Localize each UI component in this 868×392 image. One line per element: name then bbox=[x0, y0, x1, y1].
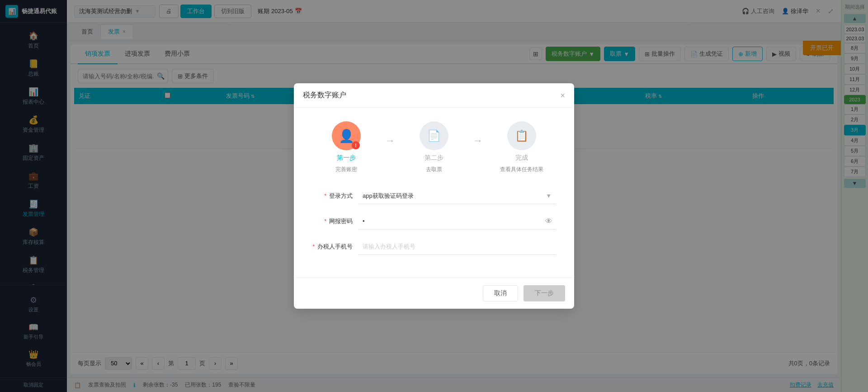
step-1-desc: 完善账密 bbox=[335, 166, 357, 173]
step-2-desc: 去取票 bbox=[426, 166, 442, 173]
password-eye-icon[interactable]: 👁 bbox=[545, 217, 552, 225]
password-input[interactable] bbox=[358, 213, 556, 229]
step-2-icon: 📄 bbox=[427, 129, 441, 142]
modal-overlay: 税务数字账户 × 👤 ! 第一步 完善账密 → 📄 bbox=[0, 0, 868, 392]
login-method-select[interactable]: app获取验证码登录 ▼ bbox=[358, 188, 556, 204]
step-1-badge: ! bbox=[352, 141, 360, 149]
modal-body: 👤 ! 第一步 完善账密 → 📄 第二步 去取票 → bbox=[294, 108, 574, 277]
step-2: 📄 第二步 去取票 bbox=[400, 121, 468, 173]
password-label: * 网报密码 bbox=[312, 217, 353, 225]
cancel-btn[interactable]: 取消 bbox=[483, 285, 518, 301]
step-1-label: 第一步 bbox=[337, 154, 356, 162]
steps-row: 👤 ! 第一步 完善账密 → 📄 第二步 去取票 → bbox=[312, 121, 556, 173]
login-method-label: * 登录方式 bbox=[312, 192, 353, 200]
modal-form: * 登录方式 app获取验证码登录 ▼ * 网报密码 bbox=[312, 188, 556, 255]
required-star-2: * bbox=[324, 218, 326, 225]
modal-title: 税务数字账户 bbox=[303, 91, 346, 100]
step-1-icon: 👤 bbox=[339, 129, 354, 143]
modal-dialog: 税务数字账户 × 👤 ! 第一步 完善账密 → 📄 bbox=[294, 83, 574, 309]
modal-close-btn[interactable]: × bbox=[560, 91, 565, 100]
step-arrow-2: → bbox=[468, 135, 487, 147]
form-row-login-method: * 登录方式 app获取验证码登录 ▼ bbox=[312, 188, 556, 204]
step-3-icon: 📋 bbox=[515, 129, 528, 142]
login-method-dropdown-icon: ▼ bbox=[546, 192, 552, 199]
step-1: 👤 ! 第一步 完善账密 bbox=[312, 121, 381, 173]
phone-label: * 办税人手机号 bbox=[312, 243, 353, 251]
step-1-icon-wrap: 👤 ! bbox=[332, 121, 361, 150]
step-arrow-1: → bbox=[381, 135, 400, 147]
login-method-value: app获取验证码登录 bbox=[363, 192, 414, 200]
modal-footer: 取消 下一步 bbox=[294, 277, 574, 309]
modal-header: 税务数字账户 × bbox=[294, 83, 574, 108]
phone-input[interactable] bbox=[358, 239, 556, 255]
step-2-icon-wrap: 📄 bbox=[420, 121, 448, 150]
form-row-phone: * 办税人手机号 bbox=[312, 239, 556, 255]
step-2-label: 第二步 bbox=[425, 154, 443, 162]
next-btn[interactable]: 下一步 bbox=[524, 285, 565, 301]
step-3-label: 完成 bbox=[515, 154, 528, 162]
password-input-wrap: 👁 bbox=[358, 213, 556, 229]
required-star-3: * bbox=[312, 243, 315, 250]
step-3: 📋 完成 查看具体任务结果 bbox=[487, 121, 556, 173]
form-row-password: * 网报密码 👁 bbox=[312, 213, 556, 229]
step-3-icon-wrap: 📋 bbox=[507, 121, 536, 150]
required-star-1: * bbox=[324, 192, 326, 199]
step-3-desc: 查看具体任务结果 bbox=[500, 166, 543, 173]
